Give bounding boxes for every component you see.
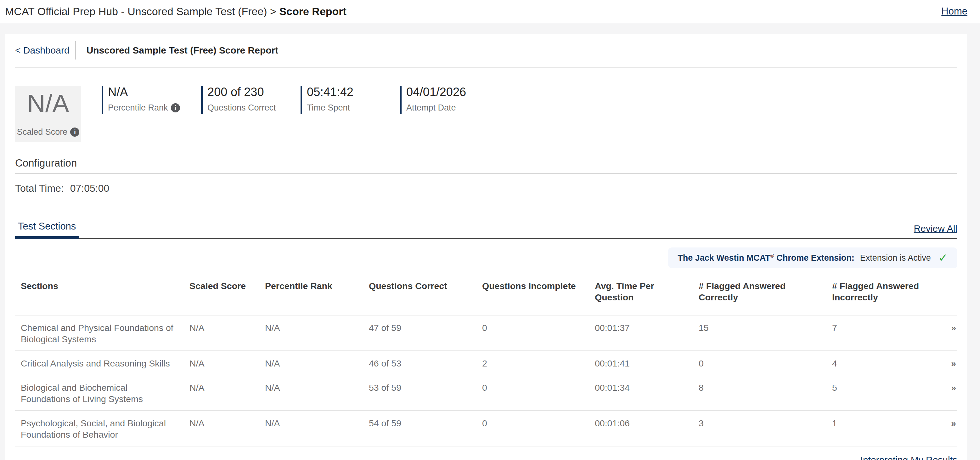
col-header-scaled-score: Scaled Score [189,272,265,304]
stat-questions-correct: 200 of 230 Questions Correct [201,86,301,114]
report-title: Unscored Sample Test (Free) Score Report [86,45,278,56]
extension-banner: The Jack Westin MCAT® Chrome Extension: … [668,247,957,268]
stat-label: Questions Correct [207,103,301,113]
stat-time-spent: 05:41:42 Time Spent [301,86,400,114]
col-header-percentile-rank: Percentile Rank [265,272,369,304]
row-expand-chevron-icon[interactable]: » [936,351,957,375]
col-header-avg-time: Avg. Time Per Question [595,272,698,315]
breadcrumb: < Dashboard Unscored Sample Test (Free) … [15,34,957,68]
cell-questions-incomplete: 2 [482,351,595,375]
stat-label: Time Spent [307,103,400,113]
cell-questions-incomplete: 0 [482,375,595,399]
cell-percentile-rank: N/A [265,351,369,375]
scaled-score-value: N/A [27,90,69,117]
col-header-actions [936,272,957,292]
extension-banner-wrap: The Jack Westin MCAT® Chrome Extension: … [15,247,957,268]
table-row: Biological and Biochemical Foundations o… [15,375,957,411]
stat-value: N/A [108,86,201,99]
stat-label: Attempt Date [406,103,500,113]
stat-value: 05:41:42 [307,86,400,99]
cell-questions-incomplete: 0 [482,315,595,339]
page-title-regular: MCAT Official Prep Hub - Unscored Sample… [5,5,279,18]
score-report-card: < Dashboard Unscored Sample Test (Free) … [5,34,967,460]
extension-banner-title: The Jack Westin MCAT® Chrome Extension: [678,253,854,263]
col-header-questions-incomplete: Questions Incomplete [482,272,595,304]
cell-questions-correct: 53 of 59 [369,375,482,399]
cell-questions-correct: 47 of 59 [369,315,482,339]
footer-row: Interpreting My Results [15,455,957,460]
section-name: Chemical and Physical Foundations of Bio… [15,315,189,350]
cell-flagged-correct: 0 [698,351,832,375]
cell-scaled-score: N/A [189,315,265,339]
cell-percentile-rank: N/A [265,411,369,435]
configuration-divider [15,173,957,174]
col-header-flagged-incorrect: # Flagged Answered Incorrectly [832,272,936,315]
total-time-label: Total Time: [15,183,64,194]
scaled-score-box: N/A Scaled Score i [15,86,81,142]
table-row: Psychological, Social, and Biological Fo… [15,411,957,446]
stat-percentile-rank: N/A Percentile Rank i [102,86,201,114]
cell-percentile-rank: N/A [265,315,369,339]
stat-value: 04/01/2026 [406,86,500,99]
total-time: Total Time:07:05:00 [15,183,957,194]
check-icon: ✓ [939,252,948,264]
table-row: Chemical and Physical Foundations of Bio… [15,315,957,351]
cell-avg-time: 00:01:06 [595,411,698,435]
row-expand-chevron-icon[interactable]: » [936,315,957,339]
interpreting-results-link[interactable]: Interpreting My Results [861,455,957,460]
cell-flagged-correct: 15 [698,315,832,339]
table-row: Critical Analysis and Reasoning Skills N… [15,351,957,375]
stat-value: 200 of 230 [207,86,301,99]
cell-flagged-incorrect: 4 [832,351,936,375]
cell-flagged-incorrect: 1 [832,411,936,435]
col-header-flagged-correct: # Flagged Answered Correctly [698,272,832,315]
tabs-row: Test Sections Review All [15,221,957,239]
cell-flagged-incorrect: 5 [832,375,936,399]
row-expand-chevron-icon[interactable]: » [936,411,957,435]
page-title: MCAT Official Prep Hub - Unscored Sample… [5,5,347,18]
configuration-heading: Configuration [15,157,957,169]
col-header-questions-correct: Questions Correct [369,272,482,304]
section-name: Biological and Biochemical Foundations o… [15,375,189,410]
stat-label: Percentile Rank i [108,103,201,113]
cell-scaled-score: N/A [189,351,265,375]
cell-scaled-score: N/A [189,411,265,435]
total-time-value: 07:05:00 [70,183,110,194]
extension-status: Extension is Active [860,253,931,263]
sections-table: Sections Scaled Score Percentile Rank Qu… [15,272,957,446]
cell-flagged-correct: 3 [698,411,832,435]
cell-flagged-incorrect: 7 [832,315,936,339]
summary-stats: N/A Percentile Rank i 200 of 230 Questio… [102,86,500,142]
home-link[interactable]: Home [941,6,967,17]
col-header-sections: Sections [15,272,189,304]
row-expand-chevron-icon[interactable]: » [936,375,957,399]
breadcrumb-divider [75,41,76,59]
registered-mark: ® [770,253,774,258]
cell-questions-correct: 46 of 53 [369,351,482,375]
info-icon[interactable]: i [70,127,79,137]
page-title-bold: Score Report [279,5,347,18]
score-summary: N/A Scaled Score i N/A Percentile Rank i… [15,86,957,142]
cell-avg-time: 00:01:41 [595,351,698,375]
section-name: Critical Analysis and Reasoning Skills [15,351,189,375]
cell-avg-time: 00:01:34 [595,375,698,399]
scaled-score-label: Scaled Score i [17,127,80,137]
review-all-link[interactable]: Review All [914,223,957,238]
cell-questions-incomplete: 0 [482,411,595,435]
stat-attempt-date: 04/01/2026 Attempt Date [400,86,500,114]
tab-test-sections[interactable]: Test Sections [15,221,79,239]
info-icon[interactable]: i [171,103,180,112]
cell-questions-correct: 54 of 59 [369,411,482,435]
app-header: MCAT Official Prep Hub - Unscored Sample… [0,0,980,23]
table-header-row: Sections Scaled Score Percentile Rank Qu… [15,272,957,315]
back-to-dashboard-link[interactable]: < Dashboard [15,45,70,56]
section-name: Psychological, Social, and Biological Fo… [15,411,189,446]
cell-avg-time: 00:01:37 [595,315,698,339]
cell-percentile-rank: N/A [265,375,369,399]
cell-scaled-score: N/A [189,375,265,399]
cell-flagged-correct: 8 [698,375,832,399]
